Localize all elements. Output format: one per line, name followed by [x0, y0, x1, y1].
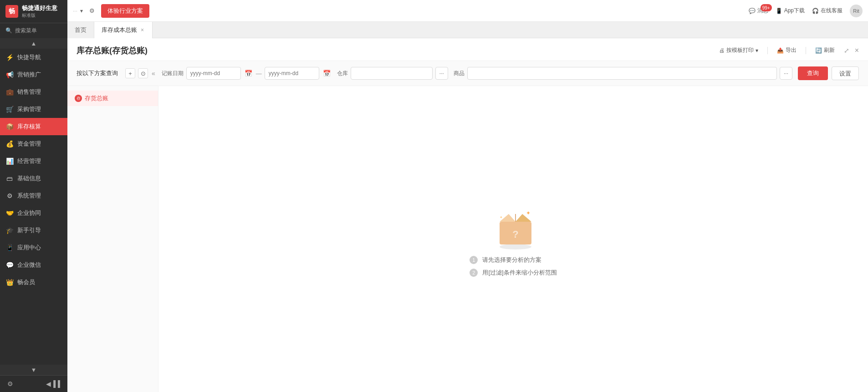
search-icon: 🔍 — [5, 27, 12, 34]
empty-state: ? ✦ ✦ 1 请先选择要分析的方案 2 用[过滤] — [470, 201, 557, 277]
tab-home-label: 首页 — [75, 26, 87, 34]
industry-solution-button[interactable]: 体验行业方案 — [101, 4, 149, 18]
warehouse-more-button[interactable]: ··· — [435, 67, 448, 80]
filter-date-group: 记账日期 📅 — 📅 — [162, 67, 332, 80]
sidebar-item-label: 企业微信 — [17, 261, 62, 269]
print-button[interactable]: 🖨 按模板打印 ▾ — [715, 45, 762, 56]
sidebar-item-shortcut[interactable]: ⚡ 快捷导航 — [0, 49, 67, 66]
panel-close-button[interactable]: × — [855, 46, 859, 55]
page-title: 库存总账(存货总账) — [77, 45, 148, 56]
shortcut-icon: ⚡ — [5, 54, 14, 61]
basic-icon: 🗃 — [5, 175, 14, 182]
sidebar-scroll-down[interactable]: ▼ — [0, 365, 67, 375]
tab-home[interactable]: 首页 — [67, 22, 94, 38]
step-1-text: 请先选择要分析的方案 — [482, 256, 541, 264]
page-content: 库存总账(存货总账) 🖨 按模板打印 ▾ 📤 导出 🔄 刷新 ⤢ — [67, 38, 868, 392]
sidebar-item-wechat[interactable]: 💬 企业微信 — [0, 256, 67, 274]
panel-resize-button[interactable]: ⤢ — [844, 47, 849, 54]
date-end-input[interactable] — [265, 67, 319, 80]
topbar-dropdown-button[interactable]: ▾ — [80, 8, 83, 14]
guide-icon: 🎓 — [5, 227, 14, 234]
filter-add-button[interactable]: + — [125, 68, 135, 78]
filter-bar: 按以下方案查询 + ⊙ « 记账日期 📅 — 📅 仓库 ··· 商品 — [67, 61, 868, 86]
action-divider-2 — [806, 47, 806, 54]
sidebar-item-apps[interactable]: 📱 应用中心 — [0, 239, 67, 256]
inventory-icon: 📦 — [5, 123, 14, 130]
online-service-button[interactable]: 🎧 在线客服 — [812, 7, 842, 15]
breadcrumb: ··· — [73, 8, 77, 14]
step-2-text: 用[过滤]条件来缩小分析范围 — [482, 269, 557, 277]
sidebar-item-guide[interactable]: 🎓 新手引导 — [0, 222, 67, 239]
step-2-number: 2 — [470, 269, 478, 277]
filter-warehouse-group: 仓库 ··· — [337, 67, 448, 80]
sidebar-item-finance[interactable]: 💰 资金管理 — [0, 135, 67, 153]
empty-illustration-svg: ? ✦ ✦ — [490, 201, 541, 251]
product-field-label: 商品 — [454, 70, 465, 77]
product-more-button[interactable]: ··· — [780, 67, 792, 80]
footer-audio-icon[interactable]: ◀▐▐ — [46, 380, 60, 387]
refresh-button[interactable]: 🔄 刷新 — [812, 45, 838, 56]
calendar-start-button[interactable]: 📅 — [244, 69, 253, 78]
empty-step-1: 1 请先选择要分析的方案 — [470, 256, 557, 264]
sidebar-item-marketing[interactable]: 📢 营销推广 — [0, 66, 67, 83]
date-start-input[interactable] — [186, 67, 241, 80]
warehouse-input[interactable] — [351, 67, 433, 80]
calendar-end-button[interactable]: 📅 — [322, 69, 332, 78]
sidebar-item-inventory[interactable]: 📦 库存核算 — [0, 118, 67, 135]
app-logo-icon: 畅 — [5, 5, 18, 18]
topbar-settings-button[interactable]: ⚙ — [86, 5, 98, 17]
sidebar-scroll-up[interactable]: ▲ — [0, 38, 67, 49]
sidebar-item-label: 基础信息 — [17, 174, 62, 183]
operation-icon: 📊 — [5, 158, 14, 165]
warehouse-field-label: 仓库 — [337, 70, 348, 77]
sidebar-item-label: 库存核算 — [17, 122, 62, 131]
footer-settings-icon[interactable]: ⚙ — [7, 380, 13, 387]
sidebar-item-label: 快捷导航 — [17, 53, 62, 61]
app-download-button[interactable]: 📱 App下载 — [776, 7, 805, 15]
settings-button[interactable]: 设置 — [832, 66, 859, 80]
message-badge: 99+ — [761, 4, 772, 11]
sidebar-item-sales[interactable]: 💼 销售管理 — [0, 83, 67, 101]
sidebar-item-member[interactable]: 👑 畅会员 — [0, 274, 67, 291]
sidebar-item-label: 企业协同 — [17, 209, 62, 217]
member-icon: 👑 — [5, 279, 14, 286]
sidebar-item-label: 营销推广 — [17, 71, 62, 79]
message-button[interactable]: 💬 消息 99+ — [749, 7, 768, 15]
svg-text:✦: ✦ — [526, 210, 531, 216]
sidebar-search[interactable]: 🔍 搜索菜单 — [0, 23, 67, 38]
sidebar-item-purchase[interactable]: 🛒 采购管理 — [0, 101, 67, 118]
wechat-icon: 💬 — [5, 261, 14, 269]
sales-icon: 💼 — [5, 88, 14, 96]
app-logo-text: 畅捷通好生意 标准版 — [22, 5, 57, 18]
marketing-icon: 📢 — [5, 71, 14, 78]
tab-close-button[interactable]: × — [140, 27, 145, 33]
filter-label: 按以下方案查询 — [77, 69, 118, 77]
filter-actions: + ⊙ « — [125, 68, 156, 78]
sidebar-item-operation[interactable]: 📊 经营管理 — [0, 153, 67, 170]
filter-collapse-button[interactable]: « — [151, 69, 156, 78]
export-button[interactable]: 📤 导出 — [773, 45, 800, 56]
topbar-right: 💬 消息 99+ 📱 App下载 🎧 在线客服 Rit — [749, 5, 863, 17]
app-download-label: App下载 — [784, 7, 805, 15]
date-separator: — — [256, 70, 262, 77]
date-field-label: 记账日期 — [162, 70, 184, 77]
scheme-item-inventory-ledger[interactable]: 存 存货总账 — [67, 91, 158, 106]
sidebar-nav: ⚡ 快捷导航 📢 营销推广 💼 销售管理 🛒 采购管理 📦 库存核算 💰 资金管… — [0, 49, 67, 365]
query-button[interactable]: 查询 — [798, 66, 828, 80]
sidebar-item-basic[interactable]: 🗃 基础信息 — [0, 170, 67, 187]
content-area: 存 存货总账 — [67, 86, 868, 392]
page-header: 库存总账(存货总账) 🖨 按模板打印 ▾ 📤 导出 🔄 刷新 ⤢ — [67, 38, 868, 61]
product-input[interactable] — [467, 67, 777, 80]
apps-icon: 📱 — [5, 244, 14, 251]
sidebar-item-label: 经营管理 — [17, 157, 62, 165]
user-avatar[interactable]: Rit — [850, 5, 863, 17]
scheme-sidebar: 存 存货总账 — [67, 86, 158, 392]
sidebar-item-cooperation[interactable]: 🤝 企业协同 — [0, 204, 67, 222]
sidebar-item-label: 系统管理 — [17, 192, 62, 200]
filter-right: 查询 设置 — [798, 66, 859, 80]
empty-illustration: ? ✦ ✦ — [490, 201, 536, 247]
scheme-icon: 存 — [75, 95, 82, 102]
tab-inventory-cost[interactable]: 库存成本总账 × — [94, 22, 153, 38]
sidebar-item-system[interactable]: ⚙ 系统管理 — [0, 187, 67, 204]
filter-target-button[interactable]: ⊙ — [138, 68, 148, 78]
